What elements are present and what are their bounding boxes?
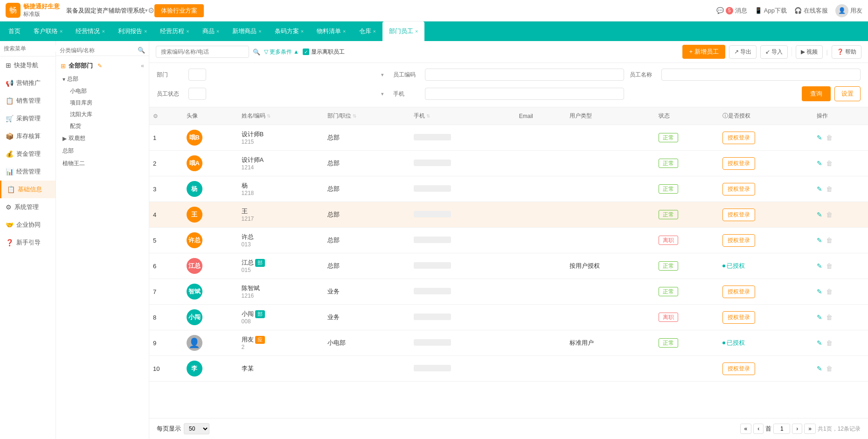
first-page-btn[interactable]: « bbox=[740, 424, 752, 434]
tab-warehouse[interactable]: 仓库 × bbox=[353, 21, 382, 41]
sidebar-item-system[interactable]: ⚙ 系统管理 bbox=[0, 198, 56, 216]
delete-icon[interactable]: 🗑 bbox=[826, 211, 833, 218]
dept-all-header[interactable]: ⊞ 全部部门 ✎ « bbox=[56, 59, 149, 73]
close-tab-goods[interactable]: × bbox=[216, 28, 219, 34]
dept-node-zongbu-root[interactable]: ▾ 总部 bbox=[59, 73, 146, 85]
trial-button[interactable]: 体验行业方案 bbox=[154, 4, 204, 17]
show-resigned-toggle[interactable]: ✓ 显示离职员工 bbox=[303, 48, 345, 56]
delete-icon[interactable]: 🗑 bbox=[826, 160, 833, 167]
sidebar-item-collab[interactable]: 🤝 企业协同 bbox=[0, 216, 56, 234]
sidebar-item-inventory[interactable]: 📦 库存核算 bbox=[0, 127, 56, 145]
delete-icon[interactable]: 🗑 bbox=[826, 314, 833, 321]
reset-button[interactable]: 设置 bbox=[834, 86, 861, 101]
sort-phone[interactable]: 手机 ⇅ bbox=[414, 112, 512, 120]
dept-select[interactable] bbox=[188, 69, 206, 81]
sort-dept[interactable]: 部门/职位 ⇅ bbox=[327, 112, 406, 120]
close-tab-add-goods[interactable]: × bbox=[258, 28, 261, 34]
auth-login-btn[interactable]: 授权登录 bbox=[722, 157, 755, 170]
last-page-btn[interactable]: » bbox=[804, 424, 816, 434]
search-input[interactable] bbox=[156, 46, 249, 58]
search-btn[interactable]: 🔍 bbox=[253, 49, 260, 56]
delete-icon[interactable]: 🗑 bbox=[826, 339, 833, 347]
tab-employees[interactable]: 部门员工 × bbox=[382, 21, 424, 41]
online-service-btn[interactable]: 🎧 在线客服 bbox=[794, 7, 828, 15]
more-filter-btn[interactable]: ▽ 更多条件 ▲ bbox=[264, 48, 299, 56]
tab-home[interactable]: 首页 bbox=[2, 21, 27, 41]
dept-edit-icon[interactable]: ✎ bbox=[97, 63, 102, 69]
edit-icon[interactable]: ✎ bbox=[817, 237, 822, 244]
table-gear-icon[interactable]: ⚙ bbox=[153, 113, 158, 119]
tab-business[interactable]: 经营情况 × bbox=[69, 21, 111, 41]
dept-node-zongbu2[interactable]: 总部 bbox=[59, 145, 146, 157]
auth-login-btn[interactable]: 授权登录 bbox=[722, 209, 755, 221]
prev-page-btn[interactable]: ‹ bbox=[753, 424, 764, 434]
collapse-dept-btn[interactable]: « bbox=[141, 63, 144, 69]
tab-journey[interactable]: 经营历程 × bbox=[153, 21, 195, 41]
import-button[interactable]: ↙ 导入 bbox=[760, 45, 788, 59]
close-tab-warehouse[interactable]: × bbox=[373, 28, 376, 34]
edit-icon[interactable]: ✎ bbox=[817, 185, 822, 193]
edit-icon[interactable]: ✎ bbox=[817, 160, 822, 167]
export-button[interactable]: ↗ 导出 bbox=[729, 45, 757, 59]
sidebar-item-finance[interactable]: 💰 资金管理 bbox=[0, 145, 56, 163]
tab-barcode[interactable]: 条码方案 × bbox=[268, 21, 310, 41]
delete-icon[interactable]: 🗑 bbox=[826, 134, 833, 141]
dept-node-peihuo[interactable]: 配货 bbox=[66, 120, 146, 132]
tab-bom[interactable]: 物料清单 × bbox=[310, 21, 352, 41]
sidebar-item-operation[interactable]: 📊 经营管理 bbox=[0, 163, 56, 181]
delete-icon[interactable]: 🗑 bbox=[826, 185, 833, 193]
sidebar-item-sales[interactable]: 📋 销售管理 bbox=[0, 92, 56, 110]
sidebar-item-purchase[interactable]: 🛒 采购管理 bbox=[0, 110, 56, 127]
next-page-btn[interactable]: › bbox=[792, 424, 802, 434]
auth-login-btn[interactable]: 授权登录 bbox=[722, 362, 755, 375]
edit-icon[interactable]: ✎ bbox=[817, 288, 822, 295]
tab-add-goods[interactable]: 新增商品 × bbox=[226, 21, 268, 41]
auth-login-btn[interactable]: 授权登录 bbox=[722, 132, 755, 144]
emp-name-input[interactable] bbox=[661, 69, 861, 81]
auth-login-btn[interactable]: 授权登录 bbox=[722, 234, 755, 247]
sidebar-item-guide[interactable]: ❓ 新手引导 bbox=[0, 234, 56, 251]
close-tab-journey[interactable]: × bbox=[186, 28, 189, 34]
delete-icon[interactable]: 🗑 bbox=[826, 262, 833, 270]
dept-node-shuanglu[interactable]: ▶ 双鹿想 bbox=[59, 132, 146, 145]
close-tab-business[interactable]: × bbox=[102, 28, 104, 34]
sidebar-item-basic-info[interactable]: 📋 基础信息 bbox=[0, 181, 56, 198]
query-button[interactable]: 查询 bbox=[802, 86, 831, 101]
app-download-btn[interactable]: 📱 App下载 bbox=[755, 7, 787, 15]
gear-icon[interactable]: ⚙ bbox=[148, 6, 154, 15]
edit-icon[interactable]: ✎ bbox=[817, 262, 822, 270]
auth-login-btn[interactable]: 授权登录 bbox=[722, 311, 755, 324]
close-tab-employees[interactable]: × bbox=[415, 28, 418, 34]
close-tab-barcode[interactable]: × bbox=[301, 28, 304, 34]
sort-name[interactable]: 姓名/编码 ⇅ bbox=[242, 112, 320, 120]
tab-goods[interactable]: 商品 × bbox=[196, 21, 226, 41]
dept-node-zhiwu[interactable]: 植物王二 bbox=[59, 157, 146, 170]
delete-icon[interactable]: 🗑 bbox=[826, 237, 833, 244]
tab-customer[interactable]: 客户联络 × bbox=[27, 21, 69, 41]
delete-icon[interactable]: 🗑 bbox=[826, 365, 833, 372]
close-tab-profit[interactable]: × bbox=[144, 28, 147, 34]
dept-node-xiangmuku[interactable]: 项目库房 bbox=[66, 97, 146, 109]
auth-login-btn[interactable]: 授权登录 bbox=[722, 286, 755, 298]
emp-code-input[interactable] bbox=[425, 69, 624, 81]
edit-icon[interactable]: ✎ bbox=[817, 211, 822, 218]
close-tab-customer[interactable]: × bbox=[60, 28, 62, 34]
per-page-select[interactable]: 50 100 bbox=[184, 423, 209, 434]
sidebar-item-quick-nav[interactable]: ⊞ 快捷导航 bbox=[0, 56, 56, 74]
dept-node-shenyang[interactable]: 沈阳大库 bbox=[66, 109, 146, 120]
delete-icon[interactable]: 🗑 bbox=[826, 288, 833, 295]
message-btn[interactable]: 💬 5 消息 bbox=[716, 7, 747, 15]
sidebar-item-marketing[interactable]: 📢 营销推广 bbox=[0, 74, 56, 92]
user-menu[interactable]: 👤 用友 bbox=[835, 4, 862, 17]
edit-icon[interactable]: ✎ bbox=[817, 314, 822, 321]
help-button[interactable]: ❓ 帮助 bbox=[832, 45, 861, 59]
dept-search-input[interactable] bbox=[60, 47, 138, 54]
video-button[interactable]: ▶ 视频 bbox=[796, 45, 823, 59]
edit-icon[interactable]: ✎ bbox=[817, 339, 822, 347]
close-tab-bom[interactable]: × bbox=[343, 28, 346, 34]
emp-status-select[interactable] bbox=[188, 88, 206, 100]
tab-profit[interactable]: 利润报告 × bbox=[111, 21, 153, 41]
add-employee-button[interactable]: + 新增员工 bbox=[682, 45, 725, 59]
phone-input[interactable] bbox=[425, 88, 624, 100]
edit-icon[interactable]: ✎ bbox=[817, 134, 822, 141]
